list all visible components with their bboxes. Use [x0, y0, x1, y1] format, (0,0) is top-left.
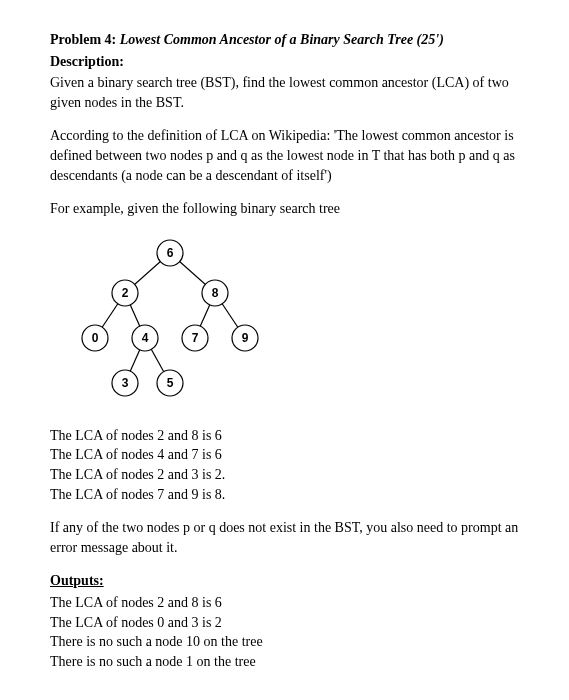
tree-node-value: 5 — [167, 376, 174, 390]
problem-label: Problem 4: — [50, 32, 116, 47]
outputs-list: The LCA of nodes 2 and 8 is 6 The LCA of… — [50, 593, 519, 671]
tree-node-lr: 4 — [132, 325, 158, 351]
tree-node-rr: 9 — [232, 325, 258, 351]
description-label: Description: — [50, 52, 519, 72]
tree-node-lrl: 3 — [112, 370, 138, 396]
tree-node-r: 8 — [202, 280, 228, 306]
tree-node-rl: 7 — [182, 325, 208, 351]
tree-node-value: 3 — [122, 376, 129, 390]
output-line: The LCA of nodes 0 and 3 is 2 — [50, 613, 519, 633]
tree-node-l: 2 — [112, 280, 138, 306]
tree-node-value: 9 — [242, 331, 249, 345]
tree-node-value: 8 — [212, 286, 219, 300]
example-line: The LCA of nodes 4 and 7 is 6 — [50, 445, 519, 465]
tree-node-value: 7 — [192, 331, 199, 345]
example-line: The LCA of nodes 2 and 8 is 6 — [50, 426, 519, 446]
tree-node-value: 4 — [142, 331, 149, 345]
problem-header: Problem 4: Lowest Common Ancestor of a B… — [50, 30, 519, 50]
tree-svg: 6 2 8 0 4 7 9 3 — [70, 233, 270, 408]
output-line: The LCA of nodes 2 and 8 is 6 — [50, 593, 519, 613]
error-note-text: If any of the two nodes p or q does not … — [50, 518, 519, 557]
description-text: Given a binary search tree (BST), find t… — [50, 73, 519, 112]
example-list: The LCA of nodes 2 and 8 is 6 The LCA of… — [50, 426, 519, 504]
output-line: There is no such a node 10 on the tree — [50, 632, 519, 652]
example-intro-text: For example, given the following binary … — [50, 199, 519, 219]
binary-tree-diagram: 6 2 8 0 4 7 9 3 — [70, 233, 519, 408]
tree-node-value: 6 — [167, 246, 174, 260]
tree-node-value: 2 — [122, 286, 129, 300]
tree-node-lrr: 5 — [157, 370, 183, 396]
definition-text: According to the definition of LCA on Wi… — [50, 126, 519, 185]
problem-title: Lowest Common Ancestor of a Binary Searc… — [116, 32, 444, 47]
tree-node-value: 0 — [92, 331, 99, 345]
outputs-label: Outputs: — [50, 571, 519, 591]
example-line: The LCA of nodes 2 and 3 is 2. — [50, 465, 519, 485]
tree-node-root: 6 — [157, 240, 183, 266]
tree-node-ll: 0 — [82, 325, 108, 351]
output-line: There is no such a node 1 on the tree — [50, 652, 519, 672]
example-line: The LCA of nodes 7 and 9 is 8. — [50, 485, 519, 505]
